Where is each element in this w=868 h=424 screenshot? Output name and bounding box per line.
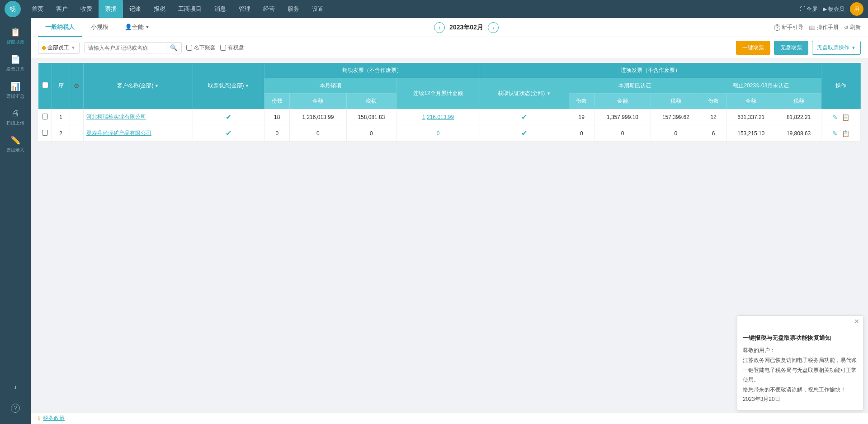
- manual-btn[interactable]: 📖 操作手册: [809, 24, 839, 31]
- refresh-btn[interactable]: ↺ 刷新: [844, 24, 861, 31]
- notification-close-btn[interactable]: ✕: [854, 318, 859, 325]
- th-customer: 客户名称(全部) ▼: [84, 63, 193, 109]
- top-nav-right: ⛶ 全屏 ▶ 畅会员 用: [800, 2, 863, 16]
- prev-month-btn[interactable]: ‹: [434, 22, 445, 33]
- edit-icon-0[interactable]: ✎: [832, 114, 838, 121]
- customer-sort[interactable]: 客户名称(全部) ▼: [117, 82, 159, 90]
- th-sales-count: 份数: [264, 94, 290, 109]
- row-select-1[interactable]: [42, 130, 48, 136]
- nav-services[interactable]: 服务: [281, 0, 306, 18]
- tax-disk-checkbox[interactable]: [220, 45, 226, 51]
- tax-disk-checkbox-wrap[interactable]: 有税盘: [220, 44, 244, 52]
- sidebar-item-data-entry[interactable]: ✏️ 票据录入: [0, 131, 31, 158]
- th-unrecognized-amount: 金额: [726, 94, 776, 109]
- filter-bar-right: 一键取票 无盘取票 无盘取票操作 ▼: [736, 41, 861, 55]
- invoice-summary-icon: 📊: [10, 81, 20, 91]
- sidebar-item-scan-upload[interactable]: 🖨 扫描上传: [0, 104, 31, 131]
- tab-all[interactable]: 👤 全能 ▼: [118, 18, 157, 37]
- nav-accounting[interactable]: 记账: [123, 0, 147, 18]
- new-guide-btn[interactable]: ? 新手引导: [774, 24, 803, 31]
- bottom-bar: ℹ 税务政策: [31, 412, 868, 424]
- more-actions-btn[interactable]: 无盘取票操作 ▼: [812, 41, 861, 55]
- main-table: 序 ⚙ 客户名称(全部) ▼: [38, 62, 861, 142]
- th-sales-amount: 金额: [290, 94, 347, 109]
- sidebar-item-issue-invoice[interactable]: 📄 发票开具: [0, 50, 31, 77]
- no-disk-btn[interactable]: 无盘取票: [774, 41, 808, 55]
- next-month-btn[interactable]: ›: [488, 22, 499, 33]
- th-unrecognized-tax: 税额: [776, 94, 821, 109]
- search-input[interactable]: [85, 43, 166, 53]
- avatar[interactable]: 用: [850, 2, 863, 16]
- sidebar-item-smart-collect[interactable]: 📋 智能取票: [0, 23, 31, 50]
- tab-all-icon: 👤: [125, 24, 132, 30]
- employee-select[interactable]: 全部员工 ▼: [38, 42, 80, 54]
- settings-icon[interactable]: ⚙: [74, 82, 80, 90]
- sidebar-item-invoice-summary[interactable]: 📊 票据汇总: [0, 77, 31, 104]
- nav-tax[interactable]: 报税: [147, 0, 172, 18]
- sidebar-label-issue-invoice: 发票开具: [6, 66, 24, 72]
- row-customer-0[interactable]: 河北柯瑞栋实业有限公司: [84, 109, 193, 125]
- row-sales-12month-1: 0: [396, 125, 480, 142]
- nav-settings[interactable]: 设置: [306, 0, 330, 18]
- row-sales-tax-1: 0: [346, 125, 396, 142]
- account-checkbox-wrap[interactable]: 名下账套: [186, 44, 216, 52]
- row-sales-tax-0: 158,081.83: [346, 109, 396, 125]
- th-purchase-tax: 税额: [651, 94, 701, 109]
- collect-status-icon-1: ✔: [226, 129, 231, 137]
- th-select-all: [38, 63, 52, 109]
- tax-policy-link[interactable]: 税务政策: [43, 414, 65, 422]
- search-button[interactable]: 🔍: [166, 43, 181, 53]
- row-checkbox-1: [38, 125, 52, 142]
- row-purchase-count-1: 0: [569, 125, 594, 142]
- nav-business[interactable]: 工商项目: [172, 0, 208, 18]
- nav-message[interactable]: 消息: [208, 0, 232, 18]
- account-checkbox[interactable]: [186, 45, 192, 51]
- th-purchase-count: 份数: [569, 94, 594, 109]
- edit-icon-1[interactable]: ✎: [832, 130, 838, 137]
- tab-general-taxpayer[interactable]: 一般纳税人: [38, 18, 82, 37]
- row-sales-count-1: 0: [264, 125, 290, 142]
- th-purchase-unrecognized: 截止2023年03月未认证: [701, 78, 821, 94]
- row-purchase-tax-0: 157,399.62: [651, 109, 701, 125]
- row-collect-status-1: ✔: [193, 125, 264, 142]
- collect-status-sort[interactable]: 取票状态(全部) ▼: [208, 82, 250, 90]
- view-icon-1[interactable]: 📋: [842, 130, 849, 137]
- sales-12month-link-0[interactable]: 1,216,013.99: [422, 114, 454, 120]
- tab-small-scale[interactable]: 小规模: [84, 18, 116, 37]
- tab-bar: 一般纳税人 小规模 👤 全能 ▼ ‹ 2023年02月 › ?: [31, 18, 868, 37]
- nav-management[interactable]: 管理: [232, 0, 257, 18]
- sales-12month-link-1[interactable]: 0: [437, 130, 440, 137]
- notification-content: 江苏政务网已恢复访问电子税务局功能，易代账一键登陆电子税务局与无盘取票相关功能可…: [743, 356, 858, 385]
- sidebar-help[interactable]: ?: [9, 399, 22, 417]
- one-click-btn[interactable]: 一键取票: [736, 41, 770, 55]
- th-purchase-status: 获取认证状态(全部) ▼: [480, 78, 569, 109]
- account-checkbox-label: 名下账套: [194, 44, 216, 52]
- download-icon: ⬇: [14, 385, 17, 390]
- sidebar-label-smart-collect: 智能取票: [6, 39, 24, 45]
- row-collect-status-0: ✔: [193, 109, 264, 125]
- fullscreen-btn[interactable]: ⛶ 全屏: [800, 5, 817, 13]
- tax-policy-icon: ℹ: [38, 415, 40, 422]
- row-unrecognized-amount-0: 631,337.21: [726, 109, 776, 125]
- scan-upload-icon: 🖨: [11, 109, 19, 118]
- nav-invoicing[interactable]: 收费: [74, 0, 99, 18]
- member-btn[interactable]: ▶ 畅会员: [823, 5, 844, 13]
- select-all-checkbox[interactable]: [42, 82, 48, 88]
- nav-home[interactable]: 首页: [25, 0, 50, 18]
- th-sales-group: 销项发票（不含作废票）: [264, 63, 480, 78]
- nav-customer[interactable]: 客户: [50, 0, 74, 18]
- sidebar-download[interactable]: ⬇: [9, 381, 22, 395]
- th-settings: ⚙: [70, 63, 84, 109]
- view-icon-0[interactable]: 📋: [842, 114, 849, 121]
- new-guide-icon: ?: [774, 24, 780, 31]
- th-sales-tax: 税额: [346, 94, 396, 109]
- purchase-status-filter-icon: ▼: [547, 91, 551, 96]
- nav-operations[interactable]: 经营: [257, 0, 281, 18]
- refresh-icon: ↺: [844, 24, 849, 31]
- nav-tickets[interactable]: 票据: [99, 0, 123, 18]
- row-customer-1[interactable]: 灵寿县尚泽矿产品有限公司: [84, 125, 193, 142]
- row-unrecognized-tax-1: 19,808.63: [776, 125, 821, 142]
- row-select-0[interactable]: [42, 114, 48, 119]
- sidebar: 📋 智能取票 📄 发票开具 📊 票据汇总 🖨 扫描上传 ✏️ 票据录入: [0, 18, 31, 424]
- notification-date: 2023年3月20日: [743, 395, 858, 405]
